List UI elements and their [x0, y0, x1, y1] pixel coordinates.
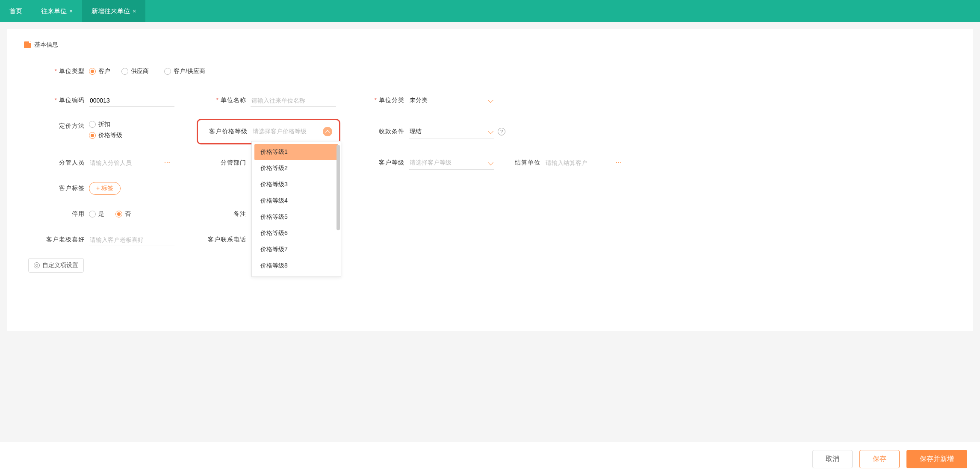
- more-icon[interactable]: ···: [164, 159, 171, 166]
- label-disabled: 停用: [41, 210, 89, 218]
- label-unit-type: 单位类型: [41, 68, 89, 75]
- label-settle-unit: 结算单位: [506, 159, 545, 167]
- radio-supplier[interactable]: 供应商: [121, 68, 149, 75]
- page-body: 基本信息 单位类型 客户 供应商 客户/供应商 单位编码 单位名称: [7, 29, 973, 331]
- staff-input[interactable]: [89, 157, 162, 169]
- tab-label: 首页: [9, 7, 22, 15]
- tab-label: 往来单位: [41, 7, 67, 15]
- select-value: 现结: [410, 128, 487, 135]
- chevron-up-icon: [323, 127, 332, 136]
- tab-home[interactable]: 首页: [0, 0, 32, 22]
- more-icon[interactable]: ···: [616, 159, 622, 166]
- label-pricing: 定价方法: [41, 120, 89, 130]
- custom-settings-label: 自定义项设置: [42, 262, 78, 269]
- label-receipt: 收款条件: [361, 128, 409, 135]
- label-remark: 备注: [203, 210, 251, 218]
- boss-pref-input[interactable]: [89, 234, 174, 246]
- unit-category-select[interactable]: 未分类: [409, 94, 494, 107]
- chevron-down-icon: [487, 97, 493, 103]
- price-level-option[interactable]: 价格等级7: [254, 241, 338, 258]
- close-icon[interactable]: ×: [133, 8, 136, 15]
- price-level-option[interactable]: 价格等级4: [254, 193, 338, 209]
- price-level-option[interactable]: 价格等级2: [254, 160, 338, 176]
- form-icon: [24, 41, 31, 48]
- label-customer-tag: 客户标签: [41, 185, 89, 192]
- radio-discount[interactable]: 折扣: [89, 120, 122, 128]
- label-customer-level: 客户等级: [361, 159, 409, 167]
- price-level-option[interactable]: 价格等级6: [254, 225, 338, 241]
- unit-code-input[interactable]: [89, 94, 174, 107]
- price-level-option[interactable]: 价格等级8: [254, 258, 338, 274]
- customer-level-select[interactable]: 请选择客户等级: [409, 156, 494, 170]
- select-placeholder: 请选择客户价格等级: [253, 128, 323, 135]
- price-level-select[interactable]: 请选择客户价格等级: [252, 124, 333, 139]
- price-level-option[interactable]: 价格等级5: [254, 209, 338, 225]
- radio-disabled-yes[interactable]: 是: [89, 210, 104, 218]
- unit-name-input[interactable]: [251, 94, 336, 107]
- chevron-down-icon: [487, 129, 493, 135]
- select-value: 未分类: [410, 97, 487, 104]
- tab-new-contact[interactable]: 新增往来单位×: [82, 0, 145, 22]
- settle-unit-input[interactable]: [545, 157, 613, 169]
- section-title: 基本信息: [34, 41, 58, 49]
- help-icon[interactable]: ?: [498, 128, 505, 135]
- radio-customer[interactable]: 客户: [89, 68, 110, 75]
- add-tag-button[interactable]: + 标签: [89, 182, 121, 195]
- label-price-level: 客户价格等级: [204, 128, 252, 135]
- price-level-option[interactable]: 价格等级1: [254, 144, 338, 160]
- label-unit-name: 单位名称: [203, 97, 251, 104]
- close-icon[interactable]: ×: [69, 8, 73, 15]
- select-placeholder: 请选择客户等级: [410, 159, 487, 167]
- receipt-condition-select[interactable]: 现结: [409, 125, 494, 138]
- custom-settings-button[interactable]: 自定义项设置: [28, 258, 84, 273]
- gear-icon: [34, 262, 40, 268]
- tab-label: 新增往来单位: [92, 7, 130, 15]
- chevron-down-icon: [487, 160, 493, 166]
- scrollbar[interactable]: [337, 145, 340, 230]
- price-level-highlight: 客户价格等级 请选择客户价格等级: [197, 119, 340, 144]
- label-unit-category: 单位分类: [361, 97, 409, 104]
- price-level-dropdown: 价格等级1价格等级2价格等级3价格等级4价格等级5价格等级6价格等级7价格等级8: [251, 141, 341, 277]
- label-department: 分管部门: [203, 159, 251, 167]
- radio-both[interactable]: 客户/供应商: [164, 68, 205, 75]
- label-unit-code: 单位编码: [41, 97, 89, 104]
- label-staff: 分管人员: [41, 159, 89, 167]
- section-header: 基本信息: [24, 41, 956, 49]
- tab-bar: 首页 往来单位× 新增往来单位×: [0, 0, 980, 22]
- tab-contacts[interactable]: 往来单位×: [32, 0, 82, 22]
- price-level-option[interactable]: 价格等级3: [254, 176, 338, 193]
- label-boss-pref: 客户老板喜好: [41, 236, 89, 244]
- label-contact-phone: 客户联系电话: [203, 236, 251, 244]
- radio-price-level[interactable]: 价格等级: [89, 132, 122, 139]
- radio-disabled-no[interactable]: 否: [115, 210, 131, 218]
